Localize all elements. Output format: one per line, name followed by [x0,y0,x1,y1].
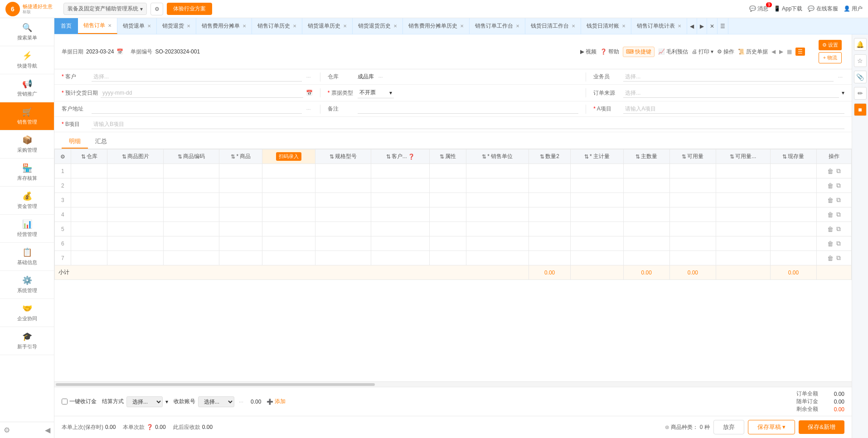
copy-row-icon[interactable]: ⧉ [836,211,841,218]
th-product-image[interactable]: ⇅ 商品图片 [107,149,164,164]
customer-input[interactable] [92,72,302,82]
account-select[interactable]: 选择... [198,396,234,407]
warehouse-more-icon[interactable]: ··· [377,74,385,80]
copy-row-icon[interactable]: ⧉ [836,196,841,204]
tab-close-sales-delivery[interactable]: ✕ [187,24,190,29]
th-scan[interactable]: 扫码录入 [262,149,315,164]
th-customer-code[interactable]: ⇅ 客户... ❓ [371,149,430,164]
help-btn[interactable]: ❓ 帮助 [600,48,619,56]
tab-close-sales-stats[interactable]: ✕ [678,24,681,29]
horizontal-scrollbar[interactable] [54,381,852,387]
sidebar-item-search[interactable]: 🔍 搜索菜单 [0,18,54,46]
tab-close-expense-history[interactable]: ✕ [460,24,464,29]
th-warehouse[interactable]: ⇅ 仓库 [71,149,107,164]
right-panel-btn-1[interactable]: 🔔 [854,38,867,51]
notes-input[interactable] [358,104,579,114]
tab-close-reconcile[interactable]: ✕ [622,24,626,29]
tab-close-order-history[interactable]: ✕ [293,24,296,29]
right-panel-btn-5[interactable]: ■ [854,103,867,116]
th-available2[interactable]: ⇅ 可用量... [716,149,770,164]
tab-order-history[interactable]: 销售订单历史 ✕ [252,18,302,34]
delivery-date-input[interactable] [101,88,303,98]
copy-row-icon[interactable]: ⧉ [836,182,841,189]
th-product[interactable]: ⇅ * 商品 [219,149,262,164]
solution-button[interactable]: 体验行业方案 [167,3,212,15]
tab-detail[interactable]: 明细 [62,135,88,149]
copy-row-icon[interactable]: ⧉ [836,167,841,175]
a-project-input[interactable] [623,104,844,114]
save-draft-button[interactable]: 保存草稿 ▾ [748,420,795,434]
sidebar-item-inventory[interactable]: 🏪 库存核算 [0,159,54,187]
message-badge[interactable]: 💬 9 消息 [749,5,768,13]
th-product-code[interactable]: ⇅ 商品编码 [163,149,219,164]
b-project-input[interactable] [92,120,844,129]
list-view-icon[interactable]: ☰ [795,48,805,56]
tab-close-order-workbench[interactable]: ✕ [516,24,519,29]
right-panel-btn-3[interactable]: 📎 [854,71,867,83]
user-avatar[interactable]: 👤 用户 [844,5,863,13]
tab-close-return-history[interactable]: ✕ [343,24,347,29]
staff-more-icon[interactable]: ··· [836,74,844,80]
tab-close-daily-workbench[interactable]: ✕ [572,24,575,29]
shortcuts-btn[interactable]: ⌨ 快捷键 [623,47,655,57]
customer-more-icon[interactable]: ··· [305,74,313,80]
tab-prev-btn[interactable]: ◀ [687,18,697,34]
copy-row-icon[interactable]: ⧉ [836,225,841,233]
sidebar-item-purchase[interactable]: 📦 采购管理 [0,130,54,159]
th-main-unit[interactable]: ⇅ * 主计量 [571,149,623,164]
grid-view-icon[interactable]: ▦ [787,48,792,55]
tab-daily-workbench[interactable]: 钱货日清工作台 ✕ [525,18,581,34]
tab-home[interactable]: 首页 [54,18,78,34]
tab-close-delivery-history[interactable]: ✕ [393,24,397,29]
add-payment-button[interactable]: ➕ 添加 [267,398,286,405]
delete-row-icon[interactable]: 🗑 [827,182,834,189]
print-btn[interactable]: 🖨 打印 ▾ [692,48,713,56]
th-qty2[interactable]: ⇅ 数量2 [529,149,571,164]
scan-button[interactable]: 扫码录入 [276,152,301,161]
delete-row-icon[interactable]: 🗑 [827,197,834,204]
scroll-thumb[interactable] [56,383,375,386]
sidebar-item-quicknav[interactable]: ⚡ 快捷导航 [0,46,54,74]
sidebar-item-finance[interactable]: 💰 资金管理 [0,187,54,215]
online-service-link[interactable]: 💬 在线客服 [808,5,838,13]
sidebar-item-system[interactable]: ⚙️ 系统管理 [0,271,54,299]
sidebar-item-cooperation[interactable]: 🤝 企业协同 [0,299,54,327]
sidebar-item-marketing[interactable]: 📢 营销推广 [0,74,54,102]
staff-input[interactable] [623,72,834,82]
sidebar-item-operations[interactable]: 📊 经营管理 [0,215,54,243]
th-main-qty[interactable]: ⇅ 主数量 [623,149,669,164]
sidebar-settings-icon[interactable]: ⚙ [4,426,10,434]
th-spec[interactable]: ⇅ 规格型号 [315,149,371,164]
add-material-button[interactable]: + 物流 [819,52,842,63]
setup-button[interactable]: ⚙ 设置 [819,40,842,50]
one-click-checkbox-input[interactable] [62,399,68,404]
delete-row-icon[interactable]: 🗑 [827,168,834,175]
tab-summary[interactable]: 汇总 [88,135,114,149]
tab-reconcile[interactable]: 钱货日清对账 ✕ [581,18,631,34]
operations-btn[interactable]: ⚙ 操作 [717,48,734,56]
tab-menu-btn[interactable]: ☰ [718,18,728,34]
copy-row-icon[interactable]: ⧉ [836,254,841,262]
delete-row-icon[interactable]: 🗑 [827,240,834,247]
one-click-checkbox[interactable]: 一键收订金 [62,398,97,405]
tab-close-expense-split[interactable]: ✕ [242,24,246,29]
save-new-button[interactable]: 保存&新增 [799,420,844,434]
address-more-icon[interactable]: ··· [305,106,313,112]
tab-close-all-btn[interactable]: ✕ [707,18,718,34]
th-settings[interactable]: ⚙ [55,149,71,164]
settings-gear-button[interactable]: ⚙ [150,3,163,15]
discard-button[interactable]: 放弃 [713,420,744,434]
sidebar-item-sales[interactable]: 🛒 销售管理 [0,102,54,130]
right-panel-btn-4[interactable]: ✏ [854,87,867,100]
tab-delivery-history[interactable]: 销货退货历史 ✕ [353,18,403,34]
tab-close-sales-order[interactable]: ✕ [108,23,112,28]
th-attribute[interactable]: ⇅ 属性 [430,149,466,164]
sidebar-item-guide[interactable]: 🎓 新手引导 [0,327,54,355]
tab-sales-order[interactable]: 销售订单 ✕ [78,18,117,34]
profit-btn[interactable]: 📈 毛利预估 [658,48,688,56]
calendar-icon[interactable]: 📅 [116,48,123,55]
sidebar-item-basic[interactable]: 📋 基础信息 [0,243,54,271]
date-pick-icon[interactable]: 📅 [306,90,313,96]
tab-sales-return[interactable]: 销货退单 ✕ [117,18,157,34]
copy-row-icon[interactable]: ⧉ [836,240,841,247]
